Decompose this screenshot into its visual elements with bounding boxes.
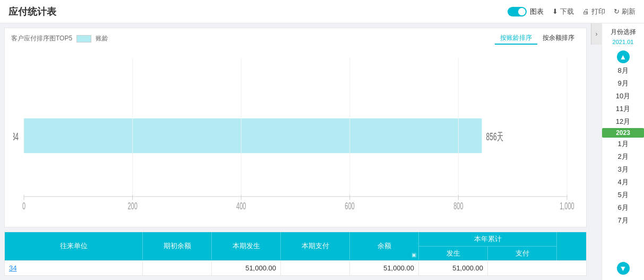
print-label: 打印 bbox=[591, 7, 605, 16]
month-item-7[interactable]: 7月 bbox=[602, 214, 644, 227]
month-item-4[interactable]: 4月 bbox=[602, 176, 644, 189]
td-balance: 51,000.00 bbox=[350, 261, 419, 275]
td-current-pay bbox=[281, 261, 350, 275]
td-opening bbox=[143, 261, 212, 275]
month-item-2[interactable]: 2月 bbox=[602, 150, 644, 163]
sidebar-down-button[interactable]: ▼ bbox=[617, 262, 630, 275]
th-ytd-sub: 发生 支付 bbox=[419, 247, 556, 260]
legend-box bbox=[76, 35, 91, 43]
month-item-1[interactable]: 1月 bbox=[602, 138, 644, 150]
svg-text:800: 800 bbox=[453, 201, 463, 211]
month-item-3[interactable]: 3月 bbox=[602, 163, 644, 176]
th-balance: 余额 ▣ bbox=[350, 232, 419, 260]
print-icon: 🖨 bbox=[582, 7, 589, 15]
th-ytd-title: 本年累计 bbox=[419, 232, 556, 247]
right-sidebar: 月份选择 2021.01 ▲ 8月 9月 10月 11月 12月 2023 1月… bbox=[602, 23, 644, 280]
svg-text:1,000: 1,000 bbox=[560, 201, 574, 211]
refresh-button[interactable]: ↻ 刷新 bbox=[614, 7, 636, 16]
month-item-10[interactable]: 10月 bbox=[602, 90, 644, 103]
chart-legend-box-label: 账龄 bbox=[96, 34, 108, 43]
th-unit: 往来单位 bbox=[5, 232, 143, 260]
refresh-label: 刷新 bbox=[622, 7, 636, 16]
th-ytd-pay: 支付 bbox=[488, 247, 556, 260]
download-icon: ⬇ bbox=[552, 7, 558, 15]
sort-by-age-button[interactable]: 按账龄排序 bbox=[495, 32, 537, 45]
bar-chart: 34 856天 0 200 400 600 800 1,000 bbox=[13, 49, 578, 223]
chevron-up-icon: ▲ bbox=[620, 53, 627, 61]
table-header: 往来单位 期初余额 本期发生 本期支付 余额 ▣ 本年累计 发生 支付 bbox=[5, 232, 586, 260]
chart-legend: 客户应付排序图TOP5 账龄 bbox=[11, 34, 108, 43]
chart-header: 客户应付排序图TOP5 账龄 按账龄排序 按余额排序 bbox=[5, 28, 586, 49]
month-list: 8月 9月 10月 11月 12月 2023 1月 2月 3月 4月 5月 6月… bbox=[602, 64, 644, 261]
chart-body: 34 856天 0 200 400 600 800 1,000 bbox=[5, 49, 586, 227]
download-label: 下载 bbox=[560, 7, 574, 16]
chart-toggle[interactable] bbox=[508, 7, 527, 16]
month-item-8[interactable]: 8月 bbox=[602, 64, 644, 77]
sidebar-current-date: 2021.01 bbox=[613, 39, 634, 45]
month-item-9[interactable]: 9月 bbox=[602, 77, 644, 90]
td-ytd-occur: 51,000.00 bbox=[419, 261, 488, 275]
svg-text:600: 600 bbox=[345, 201, 355, 211]
print-button[interactable]: 🖨 打印 bbox=[582, 7, 605, 16]
th-current-occur: 本期发生 bbox=[212, 232, 281, 260]
svg-text:34: 34 bbox=[13, 131, 19, 142]
download-button[interactable]: ⬇ 下载 bbox=[552, 7, 574, 16]
table-area: 往来单位 期初余额 本期发生 本期支付 余额 ▣ 本年累计 发生 支付 bbox=[4, 232, 587, 276]
month-item-5[interactable]: 5月 bbox=[602, 189, 644, 201]
left-panel: 客户应付排序图TOP5 账龄 按账龄排序 按余额排序 34 bbox=[0, 23, 591, 280]
svg-text:400: 400 bbox=[236, 201, 246, 211]
main-content: 客户应付排序图TOP5 账龄 按账龄排序 按余额排序 34 bbox=[0, 23, 644, 280]
td-current-occur: 51,000.00 bbox=[212, 261, 281, 275]
svg-rect-1 bbox=[24, 118, 482, 153]
header-actions: 图表 ⬇ 下载 🖨 打印 ↻ 刷新 bbox=[508, 7, 636, 16]
chart-area: 客户应付排序图TOP5 账龄 按账龄排序 按余额排序 34 bbox=[4, 28, 587, 227]
svg-text:200: 200 bbox=[127, 201, 137, 211]
header: 应付统计表 图表 ⬇ 下载 🖨 打印 ↻ 刷新 bbox=[0, 0, 644, 23]
th-current-pay: 本期支付 bbox=[281, 232, 350, 260]
unit-link[interactable]: 34 bbox=[9, 264, 16, 272]
chart-sort-buttons: 按账龄排序 按余额排序 bbox=[495, 32, 580, 45]
sidebar-up-button[interactable]: ▲ bbox=[617, 50, 630, 63]
page-title: 应付统计表 bbox=[8, 5, 56, 18]
chart-toggle-label: 图表 bbox=[530, 7, 544, 16]
chart-legend-label: 客户应付排序图TOP5 bbox=[11, 34, 72, 43]
month-item-6[interactable]: 6月 bbox=[602, 201, 644, 214]
chart-toggle-wrap: 图表 bbox=[508, 7, 544, 16]
month-item-11[interactable]: 11月 bbox=[602, 103, 644, 115]
th-ytd-group: 本年累计 发生 支付 bbox=[419, 232, 557, 260]
chevron-right-icon: › bbox=[596, 30, 598, 38]
chevron-down-icon: ▼ bbox=[620, 264, 627, 273]
td-ytd-pay bbox=[488, 261, 557, 275]
sidebar-title: 月份选择 bbox=[611, 28, 636, 37]
th-ytd-occur: 发生 bbox=[419, 247, 488, 260]
year-label-2023: 2023 bbox=[602, 128, 644, 138]
svg-text:0: 0 bbox=[22, 201, 25, 211]
td-unit: 34 bbox=[5, 261, 143, 275]
refresh-icon: ↻ bbox=[614, 7, 620, 15]
th-opening: 期初余额 bbox=[143, 232, 212, 260]
sidebar-expand-button[interactable]: › bbox=[591, 23, 602, 45]
sort-by-balance-button[interactable]: 按余额排序 bbox=[537, 32, 580, 45]
table-row: 34 51,000.00 51,000.00 51,000.00 bbox=[5, 260, 586, 275]
balance-sub-icon: ▣ bbox=[411, 252, 416, 258]
month-item-12[interactable]: 12月 bbox=[602, 115, 644, 128]
svg-text:856天: 856天 bbox=[486, 131, 503, 142]
